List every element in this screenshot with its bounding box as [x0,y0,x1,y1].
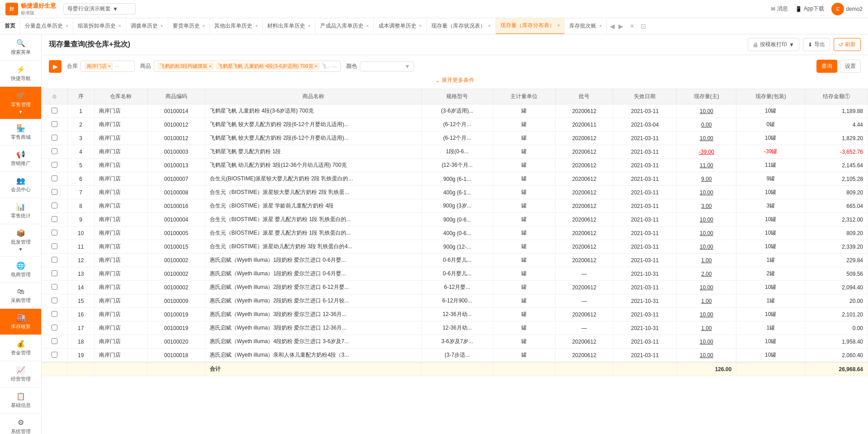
td-checkbox[interactable] [42,267,67,281]
td-stock-main[interactable]: 10.00 [677,335,736,349]
close-icon[interactable]: × [66,24,68,28]
td-checkbox[interactable] [42,240,67,254]
sidebar-item-retail-shop[interactable]: 🏪 零售商城 [0,119,41,146]
sidebar-item-member[interactable]: 👥 会员中心 [0,172,41,198]
td-stock-main[interactable]: 10.00 [677,240,736,254]
app-download-btn[interactable]: 📱 App下载 [795,5,824,13]
company-selector[interactable]: 母婴行业演示账套 ▼ [63,3,136,14]
tab-home[interactable]: 首页 [0,18,20,34]
close-icon[interactable]: × [599,24,602,28]
close-icon[interactable]: × [203,24,205,28]
user-avatar[interactable]: E demo2 [831,3,863,15]
close-icon[interactable]: × [366,24,369,28]
td-checkbox[interactable] [42,321,67,335]
filter-expand-btn[interactable]: ▶ [49,60,61,73]
td-checkbox[interactable] [42,159,67,172]
td-checkbox[interactable] [42,254,67,267]
td-checkbox[interactable] [42,118,67,132]
td-stock-main[interactable]: 10.00 [677,349,736,363]
td-stock-main[interactable]: 1.00 [677,254,736,267]
td-checkbox[interactable] [42,349,67,363]
td-checkbox[interactable] [42,294,67,308]
sidebar-item-basic[interactable]: 📋 基础信息 [0,387,41,414]
close-icon[interactable]: × [488,24,491,28]
th-settings[interactable]: ⚙ [42,89,67,104]
td-stock-main[interactable]: -39.00 [677,145,736,159]
close-icon[interactable]: × [557,23,560,28]
sidebar-item-batch[interactable]: 📦 批发管理 ▼ [0,224,41,257]
nav-right-arrow[interactable]: ▶ [617,23,625,30]
td-stock-main[interactable]: 10.00 [677,213,736,226]
td-checkbox[interactable] [42,226,67,240]
warehouse-filter-input[interactable]: 南岸门店 × ··· [80,61,135,72]
td-checkbox[interactable] [42,186,67,199]
td-checkbox[interactable] [42,335,67,349]
messages-btn[interactable]: ✉ 消息 [771,5,788,13]
td-checkbox[interactable] [42,281,67,294]
td-stock-main[interactable]: 1.00 [677,294,736,308]
tab-tiao-bo[interactable]: 调拨单历史 × [126,18,168,34]
td-checkbox[interactable] [42,145,67,159]
td-checkbox[interactable] [42,172,67,186]
nav-left-arrow[interactable]: ◀ [609,23,616,30]
sidebar-item-quick[interactable]: ⚡ 快捷导航 [0,61,41,87]
tab-label: 产成品入库单历史 [320,22,363,30]
sidebar-item-inventory[interactable]: 🏭 库存核算 [0,309,41,335]
tab-cheng-ben[interactable]: 成本调整单历史 × [374,18,427,34]
close-icon[interactable]: × [308,24,311,28]
query-btn[interactable]: 查询 [816,60,837,73]
tab-zu-chai[interactable]: 组装拆卸单历史 × [73,18,126,34]
td-checkbox[interactable] [42,308,67,321]
export-btn[interactable]: ⬇ 导出 [803,38,830,51]
tab-yao-huo[interactable]: 要货单历史 × [168,18,210,34]
remove-product-tag-1[interactable]: × [209,64,212,69]
td-checkbox[interactable] [42,132,67,145]
nav-close-all[interactable]: × [626,18,638,34]
refresh-btn[interactable]: ↺ 刷新 [834,38,861,51]
nav-more-icon[interactable]: ⊡ [639,23,647,30]
td-stock-main[interactable]: 10.00 [677,104,736,118]
tab-xian-cun-zhuang[interactable]: 现存量（库存状况表） × [427,18,496,34]
tab-qi-ta-chu[interactable]: 其他出库单历史 × [210,18,263,34]
sidebar-item-system[interactable]: ⚙ 系统管理 [0,414,41,434]
td-stock-main[interactable]: 10.00 [677,308,736,321]
td-checkbox[interactable] [42,213,67,226]
sidebar-item-purchase[interactable]: 🛍 采购管理 [0,283,41,309]
td-stock-main[interactable]: 2.00 [677,267,736,281]
sidebar-item-ecom[interactable]: 🌐 电商管理 [0,257,41,283]
system-icon: ⚙ [18,418,24,427]
remove-warehouse-tag[interactable]: × [108,64,111,69]
sidebar-item-finance[interactable]: 💰 资金管理 [0,335,41,361]
td-stock-main[interactable]: 10.00 [677,281,736,294]
sidebar-item-operation[interactable]: 📈 经营管理 [0,361,41,387]
close-icon[interactable]: × [118,24,121,28]
sidebar-item-marketing[interactable]: 📢 营销推广 [0,146,41,172]
td-checkbox[interactable] [42,199,67,213]
expand-more-btn[interactable]: ⌄ 展开更多条件 [49,76,861,84]
remove-product-tag-2[interactable]: × [315,64,317,69]
tab-pi-ci[interactable]: 库存批次账 × [565,18,607,34]
color-filter-input[interactable]: ▼ [360,61,414,71]
sidebar-item-search[interactable]: 🔍 搜索英单 [0,34,41,61]
tab-cai-liao[interactable]: 材料出库单历史 × [263,18,316,34]
td-stock-main[interactable]: 0.00 [677,118,736,132]
sidebar-item-retail[interactable]: 🛒 零售管理 ▼ [0,87,41,119]
close-icon[interactable]: × [419,24,422,28]
td-stock-main[interactable]: 3.00 [677,199,736,213]
td-stock-main[interactable]: 10.00 [677,226,736,240]
tab-chan-pin[interactable]: 产成品入库单历史 × [316,18,374,34]
td-stock-main[interactable]: 1.00 [677,321,736,335]
td-checkbox[interactable] [42,104,67,118]
product-filter-input[interactable]: 飞鹤奶粉3段丙罐摆装 × 飞鹤星飞帆 儿童奶粉 4段(3-6岁适用) 700克 … [154,61,341,72]
td-stock-main[interactable]: 10.00 [677,186,736,199]
tab-fen-pan[interactable]: 分量盘点单历史 × [20,18,73,34]
settings-btn[interactable]: 设置 [840,60,861,73]
sidebar-item-retail-stat[interactable]: 📊 零售统计 [0,198,41,224]
tab-xian-cun-fen[interactable]: 现存量（库存分布表） × [496,18,565,34]
print-btn[interactable]: 🖨 按模板打印 ▼ [748,38,799,51]
td-stock-main[interactable]: 11.00 [677,159,736,172]
td-stock-main[interactable]: 10.00 [677,132,736,145]
close-icon[interactable]: × [160,24,163,28]
close-icon[interactable]: × [255,24,258,28]
td-stock-main[interactable]: 9.00 [677,172,736,186]
